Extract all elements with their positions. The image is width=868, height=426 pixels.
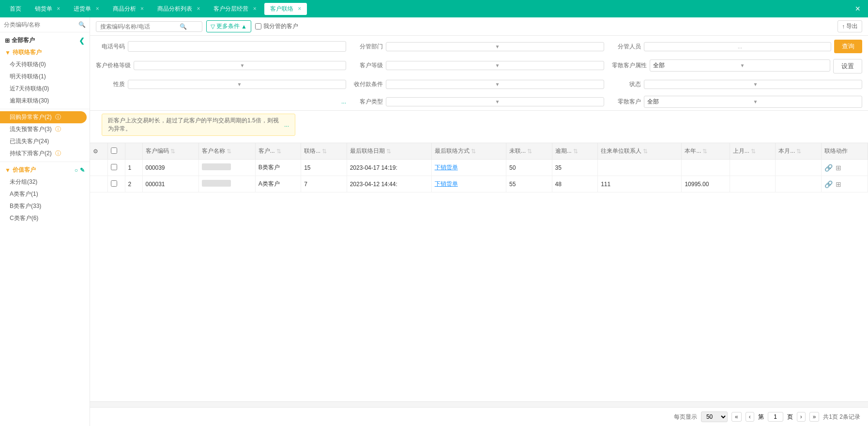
row1-last-contact-method-link[interactable]: 下销货单 bbox=[435, 164, 458, 171]
th-customer-name-label: 客户名称 bbox=[202, 147, 225, 155]
export-button[interactable]: ↑ 导出 bbox=[838, 20, 862, 32]
th-contact-label: 联络... bbox=[304, 147, 320, 155]
page-input[interactable] bbox=[768, 412, 783, 422]
retail-attr-filter-row: 零散客户属性 全部 ▼ 设置 bbox=[612, 57, 862, 73]
customer-level-chevron-icon: ▼ bbox=[495, 63, 601, 68]
customer-type-select[interactable]: ▼ bbox=[386, 97, 604, 106]
sort-current-year-icon[interactable]: ⇅ bbox=[702, 148, 707, 155]
nav-customer-stratification[interactable]: 客户分层经营 × bbox=[208, 3, 262, 15]
sidebar-search-icon[interactable]: 🔍 bbox=[78, 21, 86, 28]
close-purchase-order-icon[interactable]: × bbox=[96, 5, 99, 12]
dept-select[interactable]: ▼ bbox=[386, 42, 604, 51]
value-customer-circle-icon[interactable]: ○ bbox=[75, 167, 78, 174]
last-page-button[interactable]: » bbox=[809, 412, 820, 422]
horizontal-scrollbar[interactable] bbox=[90, 401, 868, 407]
sort-last-month-icon[interactable]: ⇅ bbox=[751, 148, 756, 155]
sidebar-item-lost-warning[interactable]: 流失预警客户(3) ⓘ bbox=[0, 123, 90, 135]
sort-overdue-icon[interactable]: ⇅ bbox=[573, 148, 578, 155]
all-customers-header: ⊞ 全部客户 ❮ bbox=[0, 32, 90, 46]
sidebar-item-group-c[interactable]: C类客户(6) bbox=[0, 212, 90, 224]
row2-last-contact-method-link[interactable]: 下销货单 bbox=[435, 180, 458, 187]
sidebar-item-declining[interactable]: 持续下滑客户(2) ⓘ bbox=[0, 147, 90, 160]
row1-checkbox[interactable] bbox=[111, 164, 117, 170]
table-header-row: ⚙ 客户编码 ⇅ bbox=[90, 143, 868, 160]
sort-contact-icon[interactable]: ⇅ bbox=[322, 148, 327, 155]
sidebar-item-overdue-pending[interactable]: 逾期未联络(30) bbox=[0, 95, 90, 107]
sidebar-item-lost[interactable]: 已流失客户(24) bbox=[0, 135, 90, 147]
search-input[interactable] bbox=[100, 23, 178, 30]
chevron-up-icon: ▲ bbox=[241, 23, 247, 30]
retail-attr-select[interactable]: 全部 ▼ bbox=[650, 59, 830, 72]
sidebar-item-today-pending[interactable]: 今天待联络(0) bbox=[0, 59, 90, 71]
nav-sales-order[interactable]: 销货单 × bbox=[29, 3, 66, 15]
filter-bar: 🔍 ▽ 更多条件 ▲ 我分管的客户 ↑ 导出 bbox=[90, 17, 868, 36]
gender-select[interactable]: ▼ bbox=[128, 80, 346, 89]
first-page-button[interactable]: « bbox=[731, 412, 742, 422]
nav-home[interactable]: 首页 bbox=[4, 3, 27, 15]
th-overdue-label: 逾期... bbox=[555, 147, 572, 155]
sort-customer-code-icon[interactable]: ⇅ bbox=[170, 148, 175, 155]
pending-contact-group[interactable]: ▼ 待联络客户 bbox=[0, 46, 90, 59]
select-all-checkbox[interactable] bbox=[111, 147, 117, 154]
price-level-select[interactable]: ▼ bbox=[134, 61, 346, 70]
collapse-sidebar-icon[interactable]: ❮ bbox=[79, 37, 85, 44]
sort-last-contact-date-icon[interactable]: ⇅ bbox=[386, 148, 391, 155]
row1-action-link-icon[interactable]: 🔗 bbox=[824, 164, 833, 172]
sidebar-item-7days-pending[interactable]: 近7天待联络(0) bbox=[0, 83, 90, 95]
table-row: 1 000039 B类客户 15 2023-04-17 14:19: 下销货单 … bbox=[90, 160, 868, 176]
search-icon[interactable]: 🔍 bbox=[180, 23, 187, 30]
close-product-analysis-list-icon[interactable]: × bbox=[197, 5, 200, 12]
prev-page-button[interactable]: ‹ bbox=[746, 412, 754, 422]
manager-select[interactable]: … bbox=[644, 42, 831, 51]
th-last-contact-date: 最后联络日期 ⇅ bbox=[347, 143, 431, 160]
nav-product-analysis-list[interactable]: 商品分析列表 × bbox=[152, 3, 206, 15]
nav-purchase-order[interactable]: 进货单 × bbox=[68, 3, 105, 15]
row2-company-contact: 111 bbox=[598, 176, 682, 192]
retail-customer-select[interactable]: 全部 ▼ bbox=[644, 96, 862, 108]
close-sales-order-icon[interactable]: × bbox=[57, 5, 60, 12]
close-customer-stratification-icon[interactable]: × bbox=[253, 5, 257, 12]
gear-icon[interactable]: ⚙ bbox=[93, 148, 98, 155]
customer-type-chevron-icon: ▼ bbox=[495, 99, 601, 104]
nav-customer-contact[interactable]: 客户联络 × bbox=[264, 3, 307, 15]
customer-level-select[interactable]: ▼ bbox=[386, 61, 604, 70]
sort-current-month-icon[interactable]: ⇅ bbox=[796, 148, 801, 155]
sort-customer-name-icon[interactable]: ⇅ bbox=[227, 148, 231, 155]
row1-action-grid-icon[interactable]: ⊞ bbox=[836, 164, 841, 172]
window-close-button[interactable]: × bbox=[851, 4, 864, 14]
close-product-analysis-icon[interactable]: × bbox=[140, 5, 144, 12]
sort-company-contact-icon[interactable]: ⇅ bbox=[643, 148, 648, 155]
next-page-button[interactable]: › bbox=[797, 412, 806, 422]
tooltip-more[interactable]: ... bbox=[284, 121, 289, 128]
per-page-select[interactable]: 50 100 200 bbox=[701, 411, 728, 422]
sort-uncontacted-icon[interactable]: ⇅ bbox=[527, 148, 532, 155]
sidebar-item-unsegmented[interactable]: 未分组(32) bbox=[0, 176, 90, 188]
sidebar-search-input[interactable] bbox=[4, 21, 76, 28]
gender-label: 性质 bbox=[96, 80, 125, 88]
row2-checkbox[interactable] bbox=[111, 180, 117, 187]
row2-last-month bbox=[730, 176, 776, 192]
sort-customer-type-icon[interactable]: ⇅ bbox=[276, 148, 281, 155]
payment-select[interactable]: ▼ bbox=[386, 80, 604, 89]
search-container: 🔍 bbox=[96, 21, 202, 32]
sidebar-item-tomorrow-pending[interactable]: 明天待联络(1) bbox=[0, 71, 90, 83]
sort-last-contact-method-icon[interactable]: ⇅ bbox=[471, 148, 476, 155]
sidebar-item-group-b[interactable]: B类客户(33) bbox=[0, 200, 90, 212]
sidebar-item-group-a[interactable]: A类客户(1) bbox=[0, 188, 90, 200]
row2-action-grid-icon[interactable]: ⊞ bbox=[836, 180, 841, 188]
per-page-label: 每页显示 bbox=[674, 413, 697, 421]
close-customer-contact-icon[interactable]: × bbox=[298, 5, 301, 12]
nav-product-analysis[interactable]: 商品分析 × bbox=[107, 3, 150, 15]
status-select[interactable]: ▼ bbox=[644, 80, 862, 89]
value-customer-edit-icon[interactable]: ✎ bbox=[80, 167, 85, 174]
sidebar-item-repurchase-abnormal[interactable]: 回购异常客户(2) ⓘ bbox=[0, 111, 87, 123]
status-filter-row: 状态 ▼ bbox=[612, 77, 862, 91]
query-button[interactable]: 查询 bbox=[834, 40, 862, 53]
customer-level-label: 客户等级 bbox=[354, 61, 383, 70]
row2-action-link-icon[interactable]: 🔗 bbox=[824, 180, 833, 188]
more-conditions-button[interactable]: ▽ 更多条件 ▲ bbox=[206, 20, 251, 32]
settings-button[interactable]: 设置 bbox=[833, 59, 862, 73]
more-filter-button[interactable]: ... bbox=[341, 98, 346, 105]
my-customers-checkbox[interactable] bbox=[255, 23, 261, 29]
phone-input[interactable] bbox=[128, 41, 346, 52]
